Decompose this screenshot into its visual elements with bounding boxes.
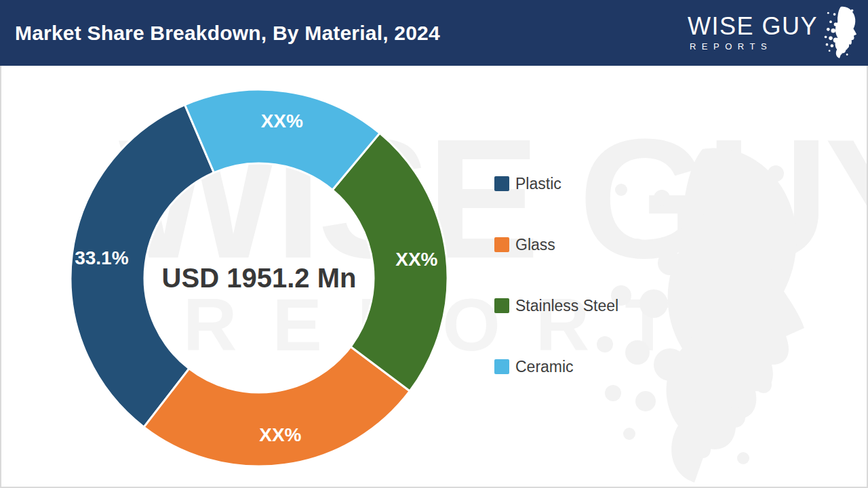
legend-item-ceramic: Ceramic [494, 356, 618, 378]
chart-legend: PlasticGlassStainless SteelCeramic [494, 173, 618, 417]
legend-label-stainless-steel: Stainless Steel [515, 297, 618, 315]
legend-item-plastic: Plastic [494, 173, 618, 195]
donut-chart: 33.1%XX%XX%XX% [0, 0, 868, 488]
logo-wordmark: WISE GUY [688, 14, 818, 39]
logo-face-icon [822, 5, 857, 60]
slice-label-stainless-steel: XX% [395, 249, 437, 270]
slice-label-glass: XX% [259, 424, 301, 445]
legend-swatch-glass [494, 237, 509, 252]
legend-swatch-stainless-steel [494, 298, 509, 313]
slice-label-plastic: 33.1% [75, 247, 128, 268]
logo-wordmark-block: WISE GUY REPORTS [688, 14, 818, 52]
page-title: Market Share Breakdown, By Material, 202… [15, 0, 440, 66]
legend-swatch-plastic [494, 176, 509, 191]
slice-label-ceramic: XX% [261, 110, 303, 131]
legend-label-ceramic: Ceramic [515, 358, 574, 376]
logo-subtext: REPORTS [688, 41, 772, 52]
header: Market Share Breakdown, By Material, 202… [0, 0, 868, 66]
legend-label-plastic: Plastic [515, 175, 561, 193]
chart-center-value: USD 1951.2 Mn [162, 263, 357, 293]
legend-swatch-ceramic [494, 359, 509, 374]
legend-item-glass: Glass [494, 234, 618, 256]
logo: WISE GUY REPORTS [688, 5, 857, 60]
legend-label-glass: Glass [515, 236, 555, 254]
legend-item-stainless-steel: Stainless Steel [494, 295, 618, 317]
